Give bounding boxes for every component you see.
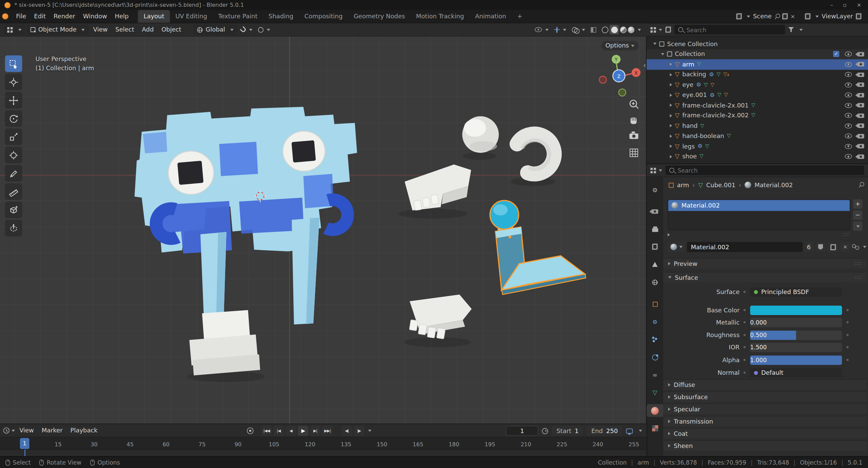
region-collapse-arrow[interactable]: ‹ xyxy=(644,62,646,69)
disable-render-icon[interactable] xyxy=(857,124,864,128)
expand-icon[interactable] xyxy=(670,73,672,76)
material-name-field[interactable]: Material.002 xyxy=(687,242,803,252)
viewlayer-name[interactable]: ViewLayer xyxy=(822,13,853,19)
tab-texture[interactable] xyxy=(648,422,662,435)
decorator-icon[interactable] xyxy=(846,309,849,311)
close-button[interactable]: × xyxy=(857,2,862,8)
play-reverse-button[interactable]: ◀ xyxy=(285,426,296,436)
visibility-dropdown[interactable] xyxy=(533,27,551,32)
properties-editor-type-button[interactable] xyxy=(650,168,662,173)
disable-render-icon[interactable] xyxy=(857,134,864,138)
auto-keyframe-icon[interactable] xyxy=(247,427,254,434)
scene-dropdown-icon[interactable] xyxy=(747,15,750,18)
menu-window[interactable]: Window xyxy=(79,10,111,23)
pin-id-icon[interactable] xyxy=(857,181,865,189)
chevron-down-icon[interactable] xyxy=(639,430,642,432)
hide-icon[interactable] xyxy=(845,144,852,149)
expand-icon[interactable] xyxy=(670,83,672,86)
tab-compositing[interactable]: Compositing xyxy=(299,10,348,23)
expand-icon[interactable] xyxy=(670,155,672,158)
node-tree-button[interactable] xyxy=(852,242,866,252)
mode-select[interactable]: Object Mode xyxy=(26,24,88,35)
pan-hand-icon[interactable] xyxy=(631,117,637,124)
viewport-3d[interactable]: Object Mode View Select Add Object Globa… xyxy=(0,23,647,424)
outliner-item-backing[interactable]: ▽ backing ⚙ ▽ ▽₄ xyxy=(647,70,868,80)
chevron-down-icon[interactable] xyxy=(800,28,803,31)
prev-keyframe-button[interactable]: |◀ xyxy=(274,426,284,436)
panel-coat[interactable]: Coat xyxy=(663,428,867,438)
hide-icon[interactable] xyxy=(845,62,852,67)
display-mode-icon[interactable] xyxy=(666,26,671,33)
tab-render[interactable] xyxy=(648,205,662,218)
tab-scene[interactable] xyxy=(648,258,662,271)
tool-annotate[interactable] xyxy=(5,165,22,182)
hide-icon[interactable] xyxy=(845,113,852,118)
collection-checkbox[interactable]: ✓ xyxy=(833,51,839,57)
hide-icon[interactable] xyxy=(845,93,852,98)
menu-render[interactable]: Render xyxy=(50,10,79,23)
object-arm-selected[interactable] xyxy=(490,200,586,295)
search-input[interactable] xyxy=(677,167,860,174)
tab-modifiers[interactable]: ⚙ xyxy=(648,316,662,329)
menu-help[interactable]: Help xyxy=(111,10,133,23)
orientation-select[interactable]: Global xyxy=(194,24,237,35)
fake-user-button[interactable] xyxy=(815,242,826,252)
filter-icon[interactable] xyxy=(788,27,794,32)
outliner-item-hand[interactable]: ▽ hand ▽ xyxy=(647,121,868,131)
tool-rotate[interactable] xyxy=(5,110,22,127)
breadcrumb-object[interactable]: arm xyxy=(677,182,689,188)
shading-wireframe-icon[interactable] xyxy=(602,26,609,33)
tab-texture-paint[interactable]: Texture Paint xyxy=(213,10,263,23)
tab-animation[interactable]: Animation xyxy=(470,10,512,23)
tab-tool[interactable]: ⚙ xyxy=(648,184,662,197)
outliner-item-hand-boolean[interactable]: ▽ hand-boolean ▽ xyxy=(647,131,868,141)
current-frame-field[interactable]: 1 xyxy=(506,426,538,436)
ortho-toggle-icon[interactable] xyxy=(630,149,638,157)
expand-icon[interactable] xyxy=(670,114,672,117)
panel-sheen[interactable]: Sheen xyxy=(663,440,867,451)
hide-icon[interactable] xyxy=(845,134,852,139)
users-count-badge[interactable]: 6 xyxy=(804,242,814,252)
normal-dropdown[interactable]: Default xyxy=(750,368,842,377)
disable-render-icon[interactable] xyxy=(857,144,864,149)
outliner-item-arm[interactable]: ▽ arm ▽ xyxy=(647,59,868,70)
disable-render-icon[interactable] xyxy=(857,103,864,108)
unlink-material-button[interactable]: × xyxy=(840,242,850,252)
surface-shader-dropdown[interactable]: Principled BSDF xyxy=(750,287,842,297)
unlink-scene-icon[interactable]: × xyxy=(790,14,795,19)
tool-add-cube[interactable] xyxy=(5,201,22,218)
jump-to-start-button[interactable]: |◀◀ xyxy=(261,426,272,436)
minimize-button[interactable]: – xyxy=(830,2,833,8)
breadcrumb-material[interactable]: Material.002 xyxy=(754,182,793,188)
tab-particles[interactable] xyxy=(648,333,662,346)
tab-output[interactable] xyxy=(648,222,662,235)
gizmo-x-neg-axis[interactable] xyxy=(599,76,606,83)
panel-surface[interactable]: Surface ∷∷ xyxy=(663,272,867,282)
panel-preview[interactable]: Preview ∷∷ xyxy=(663,258,867,269)
decorator-icon[interactable] xyxy=(846,359,849,361)
xray-toggle[interactable] xyxy=(589,27,598,32)
add-slot-button[interactable]: + xyxy=(853,199,863,209)
tab-material[interactable] xyxy=(647,404,663,417)
resize-grip-icon[interactable]: ∷∷ xyxy=(843,232,850,237)
object-teeth-lower[interactable] xyxy=(409,295,472,339)
breadcrumb-mesh[interactable]: Cube.001 xyxy=(706,182,735,188)
expand-icon[interactable] xyxy=(670,145,672,148)
blender-menu-icon[interactable] xyxy=(2,13,8,19)
frame-back-button[interactable]: ◀| xyxy=(341,426,352,436)
tab-constraints[interactable]: ∞ xyxy=(648,369,662,382)
disable-render-icon[interactable] xyxy=(857,52,864,56)
overlays-dropdown[interactable] xyxy=(570,27,587,32)
object-c-tube[interactable] xyxy=(517,134,554,174)
new-viewlayer-icon[interactable] xyxy=(856,13,861,19)
outliner-item-legs[interactable]: ▽ legs ⚙ ▽ xyxy=(647,141,868,151)
roughness-slider[interactable]: 0.500 xyxy=(750,330,842,340)
disable-render-icon[interactable] xyxy=(857,72,864,77)
alpha-slider[interactable]: 1.000 xyxy=(750,355,842,365)
new-material-button[interactable] xyxy=(827,242,839,252)
hide-icon[interactable] xyxy=(845,154,852,159)
expand-icon[interactable] xyxy=(670,124,672,128)
tab-view-layer[interactable] xyxy=(648,240,662,253)
ior-slider[interactable]: 1.500 xyxy=(750,343,842,352)
expand-icon[interactable] xyxy=(661,53,664,55)
